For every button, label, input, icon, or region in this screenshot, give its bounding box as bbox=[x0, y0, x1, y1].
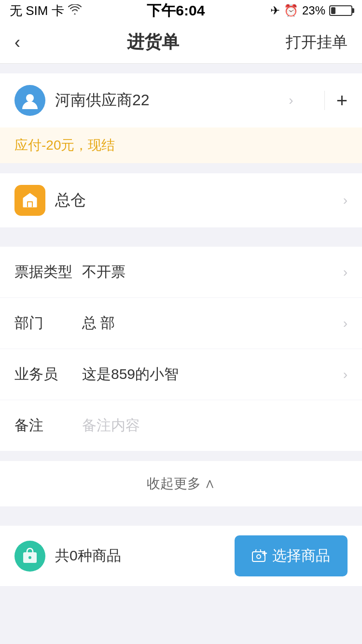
open-pending-button[interactable]: 打开挂单 bbox=[286, 32, 348, 53]
remark-row[interactable]: 备注 备注内容 bbox=[0, 400, 362, 451]
page-title: 进货单 bbox=[127, 30, 179, 54]
warehouse-arrow-icon: › bbox=[343, 193, 348, 208]
svg-rect-2 bbox=[28, 202, 32, 207]
staff-value: 这是859的小智 bbox=[82, 364, 343, 384]
status-time: 下午6:04 bbox=[147, 1, 205, 21]
remark-input[interactable]: 备注内容 bbox=[82, 416, 348, 435]
back-button[interactable]: ‹ bbox=[14, 32, 20, 53]
invoice-row[interactable]: 票据类型 不开票 › bbox=[0, 247, 362, 298]
department-value: 总 部 bbox=[82, 313, 343, 333]
staff-arrow-icon: › bbox=[343, 367, 348, 382]
status-left: 无 SIM 卡 bbox=[10, 2, 82, 19]
alarm-icon: ⏰ bbox=[284, 4, 298, 17]
location-icon: ✈ bbox=[270, 4, 280, 17]
supplier-name[interactable]: 河南供应商22 bbox=[55, 90, 289, 111]
supplier-section: 河南供应商22 › + 应付-20元，现结 bbox=[0, 73, 362, 163]
staff-row[interactable]: 业务员 这是859的小智 › bbox=[0, 349, 362, 400]
department-row[interactable]: 部门 总 部 › bbox=[0, 298, 362, 349]
warehouse-row[interactable]: 总仓 › bbox=[0, 173, 362, 227]
wifi-icon bbox=[68, 3, 82, 18]
warehouse-section: 总仓 › bbox=[0, 173, 362, 227]
invoice-arrow-icon: › bbox=[343, 265, 348, 280]
section-gap-3 bbox=[0, 227, 362, 237]
section-gap-4 bbox=[0, 506, 362, 516]
collapse-label: 收起更多 ∧ bbox=[147, 475, 216, 493]
select-product-button[interactable]: 选择商品 bbox=[235, 535, 348, 576]
warehouse-name: 总仓 bbox=[55, 190, 343, 211]
warehouse-icon bbox=[14, 185, 45, 216]
department-label: 部门 bbox=[14, 313, 82, 333]
section-gap-2 bbox=[0, 163, 362, 173]
svg-point-4 bbox=[28, 556, 31, 559]
supplier-divider bbox=[324, 91, 325, 110]
department-arrow-icon: › bbox=[343, 316, 348, 331]
product-count: 共0种商品 bbox=[55, 546, 121, 566]
supplier-arrow-icon: › bbox=[289, 93, 293, 108]
invoice-value: 不开票 bbox=[82, 262, 343, 282]
nav-bar: ‹ 进货单 打开挂单 bbox=[0, 21, 362, 64]
battery-percent: 23% bbox=[302, 4, 325, 17]
product-summary: 共0种商品 bbox=[14, 541, 235, 572]
supplier-row: 河南供应商22 › + bbox=[0, 73, 362, 127]
collapse-button[interactable]: 收起更多 ∧ bbox=[0, 461, 362, 506]
svg-point-6 bbox=[257, 555, 261, 559]
carrier-label: 无 SIM 卡 bbox=[10, 2, 64, 19]
battery-icon bbox=[329, 5, 352, 16]
remark-label: 备注 bbox=[14, 416, 82, 435]
staff-label: 业务员 bbox=[14, 364, 82, 384]
product-icon bbox=[14, 541, 45, 572]
svg-point-0 bbox=[26, 94, 34, 102]
form-section: 票据类型 不开票 › 部门 总 部 › 业务员 这是859的小智 › 备注 备注… bbox=[0, 247, 362, 451]
status-bar: 无 SIM 卡 下午6:04 ✈ ⏰ 23% bbox=[0, 0, 362, 21]
add-supplier-button[interactable]: + bbox=[336, 90, 348, 112]
notice-text: 应付-20元，现结 bbox=[14, 138, 115, 153]
status-right: ✈ ⏰ 23% bbox=[270, 4, 352, 17]
bottom-bar: 共0种商品 选择商品 bbox=[0, 526, 362, 586]
notice-banner: 应付-20元，现结 bbox=[0, 127, 362, 163]
invoice-label: 票据类型 bbox=[14, 262, 82, 282]
supplier-avatar bbox=[14, 85, 45, 116]
section-gap-1 bbox=[0, 64, 362, 73]
select-product-label: 选择商品 bbox=[272, 546, 330, 566]
